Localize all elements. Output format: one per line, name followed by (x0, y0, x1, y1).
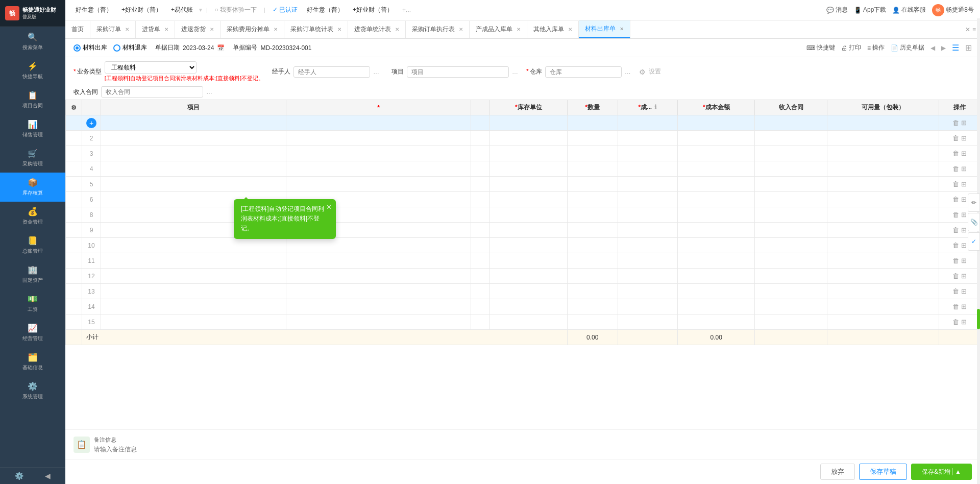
sidebar-item-sales[interactable]: 📊 销售管理 (0, 114, 65, 143)
row10-delete-btn[interactable]: 🗑 (952, 241, 959, 249)
tab-po-stat[interactable]: 采购订单统计表 ✕ (284, 21, 348, 38)
operations-btn[interactable]: ≡ 操作 (867, 43, 885, 52)
project-input[interactable] (407, 66, 509, 78)
sidebar-item-purchase[interactable]: 🛒 采购管理 (0, 143, 65, 173)
radio-material-out[interactable]: 材料出库 (74, 43, 107, 52)
tab-close-return[interactable]: ✕ (210, 27, 214, 32)
row3-delete-btn[interactable]: 🗑 (952, 150, 959, 157)
row11-copy-btn[interactable]: ⊞ (961, 257, 967, 264)
row-add-income-contract[interactable] (755, 115, 827, 131)
row14-delete-btn[interactable]: 🗑 (952, 303, 959, 310)
sidebar-item-contract[interactable]: 📋 项目合同 (0, 85, 65, 114)
history-btn[interactable]: 📄 历史单据 (891, 43, 924, 52)
nav-hyc[interactable]: +好业财（普） (117, 4, 166, 16)
cost-info-icon[interactable]: ℹ (654, 104, 657, 111)
shortcut-key-btn[interactable]: ⌨ 快捷键 (806, 43, 835, 52)
tab-close-other-receipt[interactable]: ✕ (568, 27, 572, 32)
row5-delete-btn[interactable]: 🗑 (952, 180, 959, 188)
right-fixed-clip-btn[interactable]: 📎 (968, 213, 980, 231)
tab-cost-share[interactable]: 采购费用分摊单 ✕ (220, 21, 284, 38)
tab-close-po-exec[interactable]: ✕ (459, 27, 463, 32)
save-new-chevron[interactable]: ▲ (952, 468, 961, 475)
add-row-button[interactable]: + (86, 118, 96, 128)
tab-close-finished-goods[interactable]: ✕ (517, 27, 521, 32)
row15-copy-btn[interactable]: ⊞ (961, 318, 967, 326)
discard-button[interactable]: 放弃 (820, 464, 855, 480)
sidebar-item-system[interactable]: ⚙️ 系统管理 (0, 376, 65, 405)
sidebar-item-basic[interactable]: 🗂️ 基础信息 (0, 347, 65, 376)
page-settings-label[interactable]: 设置 (649, 67, 661, 76)
right-scrollbar[interactable] (977, 18, 980, 484)
income-contract-search-icon[interactable]: … (206, 88, 212, 95)
row15-delete-btn[interactable]: 🗑 (952, 318, 959, 326)
notes-input[interactable] (94, 446, 170, 453)
sidebar-item-accounting[interactable]: 📒 总账管理 (0, 231, 65, 260)
prev-record-btn[interactable]: ◀ (930, 44, 935, 52)
nav-certified[interactable]: ✓ 已认证 (268, 4, 302, 16)
nav-trial[interactable]: ○ 我要体验一下 (211, 4, 261, 16)
handler-input[interactable] (293, 66, 370, 78)
row4-delete-btn[interactable]: 🗑 (952, 165, 959, 173)
row14-copy-btn[interactable]: ⊞ (961, 303, 967, 310)
tab-receipt-stat[interactable]: 进货单统计表 ✕ (348, 21, 406, 38)
row-add-spec[interactable] (471, 115, 490, 131)
online-service-btn[interactable]: 👤 在线客服 (892, 6, 926, 14)
row13-delete-btn[interactable]: 🗑 (952, 287, 959, 295)
row-add-unit[interactable] (490, 115, 567, 131)
nav-hsy2[interactable]: 好生意（普） (303, 4, 348, 16)
tab-po-exec[interactable]: 采购订单执行表 ✕ (406, 21, 470, 38)
sidebar-collapse-btn[interactable]: ◀ (45, 472, 51, 480)
tab-return[interactable]: 进退货货 ✕ (175, 21, 220, 38)
row8-delete-btn[interactable]: 🗑 (952, 211, 959, 219)
tab-close-purchase-order[interactable]: ✕ (125, 27, 129, 32)
tab-close-all-btn[interactable]: ✕ (965, 26, 970, 33)
tab-close-receipt-stat[interactable]: ✕ (395, 27, 399, 32)
right-fixed-edit-btn[interactable]: ✏ (968, 193, 980, 212)
income-contract-input[interactable] (101, 86, 203, 98)
tab-menu-btn[interactable]: ≡ (972, 26, 976, 33)
business-type-select[interactable]: 工程领料 (105, 61, 197, 74)
row-add-material-input[interactable] (290, 119, 467, 127)
sidebar-item-search[interactable]: 🔍 搜索菜单 (0, 27, 65, 56)
sidebar-item-asset[interactable]: 🏢 固定资产 (0, 260, 65, 289)
row-add-available[interactable] (827, 115, 939, 131)
nav-hyc2[interactable]: +好业财（普） (349, 4, 397, 16)
nav-hsy[interactable]: 好生意（普） (71, 4, 116, 16)
page-settings-icon[interactable]: ⚙ (639, 68, 646, 76)
row-add-project[interactable] (101, 115, 286, 131)
row11-delete-btn[interactable]: 🗑 (952, 257, 959, 264)
row12-copy-btn[interactable]: ⊞ (961, 272, 967, 280)
handler-search-icon[interactable]: … (373, 68, 379, 76)
nav-ydz[interactable]: +易代账 (167, 4, 197, 16)
row5-copy-btn[interactable]: ⊞ (961, 180, 967, 188)
row9-copy-btn[interactable]: ⊞ (961, 226, 967, 234)
tooltip-close-btn[interactable]: ✕ (326, 202, 332, 213)
user-profile-btn[interactable]: 畅 畅捷通8号 (932, 4, 974, 16)
tab-receipt[interactable]: 进货单 ✕ (136, 21, 175, 38)
row-add-qty[interactable] (567, 115, 618, 131)
row2-delete-btn[interactable]: 🗑 (952, 134, 959, 142)
sidebar-item-finance[interactable]: 💰 资金管理 (0, 202, 65, 231)
view-list-btn[interactable]: ☰ (952, 43, 959, 53)
tab-finished-goods[interactable]: 产成品入库单 ✕ (470, 21, 527, 38)
next-record-btn[interactable]: ▶ (941, 44, 946, 52)
calendar-icon[interactable]: 📅 (217, 44, 225, 52)
save-draft-button[interactable]: 保存草稿 (859, 464, 907, 480)
row-add-cost-price[interactable] (618, 115, 677, 131)
row12-delete-btn[interactable]: 🗑 (952, 272, 959, 280)
print-btn[interactable]: 🖨 打印 (841, 43, 861, 52)
row2-copy-btn[interactable]: ⊞ (961, 134, 967, 142)
warehouse-input[interactable] (545, 66, 622, 78)
radio-material-return[interactable]: 材料退库 (113, 43, 147, 52)
view-card-btn[interactable]: ⊞ (965, 43, 972, 53)
tab-home[interactable]: 首页 (65, 21, 90, 38)
app-download-btn[interactable]: 📱 App下载 (854, 6, 886, 14)
tab-close-receipt[interactable]: ✕ (164, 27, 168, 32)
tab-other-receipt[interactable]: 其他入库单 ✕ (527, 21, 579, 38)
nav-more[interactable]: +... (398, 5, 415, 16)
right-fixed-check-btn[interactable]: ✓ (968, 232, 980, 251)
sidebar-item-shortcut[interactable]: ⚡ 快捷导航 (0, 56, 65, 85)
row6-copy-btn[interactable]: ⊞ (961, 196, 967, 203)
row8-copy-btn[interactable]: ⊞ (961, 211, 967, 219)
sidebar-item-payroll[interactable]: 💵 工资 (0, 289, 65, 318)
